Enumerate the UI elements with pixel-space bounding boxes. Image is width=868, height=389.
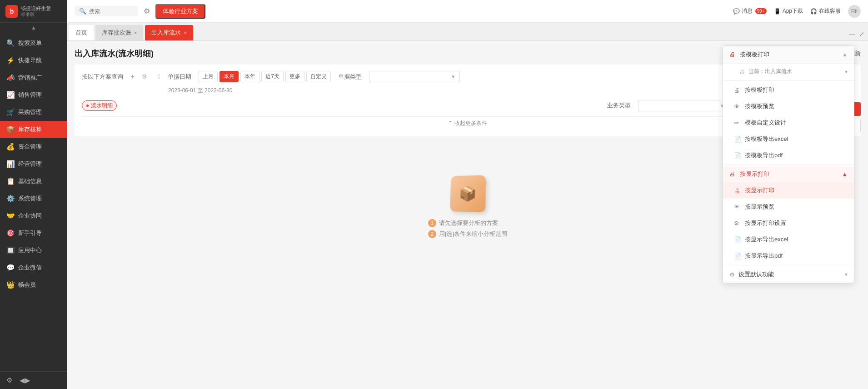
sidebar-item-finance[interactable]: 💰 资金管理 xyxy=(0,138,67,155)
trial-button[interactable]: 体验行业方案 xyxy=(155,4,205,19)
sidebar-label-quick-nav: 快捷导航 xyxy=(18,56,42,65)
date-filter-buttons: 上月 本月 本年 近7天 更多 自定义 xyxy=(199,71,331,82)
dropdown-header-arrow[interactable]: ▲ xyxy=(842,51,848,58)
filter-collapse-icon[interactable]: 《 xyxy=(155,73,160,81)
tab-home[interactable]: 首页 xyxy=(69,25,94,40)
section-arrow-up: ▲ xyxy=(842,171,848,178)
sidebar-label-apps: 应用中心 xyxy=(18,246,42,254)
footer-settings-icon: ⚙ xyxy=(729,271,735,278)
business-type-select[interactable]: ▾ xyxy=(638,100,729,111)
dropdown-item-template-design[interactable]: ✏ 模板自定义设计 xyxy=(723,115,854,131)
sidebar-item-collab[interactable]: 🤝 企业协同 xyxy=(0,207,67,224)
search-icon: 🔍 xyxy=(79,8,86,15)
sidebar-icon-purchase: 🛒 xyxy=(6,108,15,116)
service-icon: 🎧 xyxy=(810,8,817,15)
header: 🔍 ⚙ 体验行业方案 💬 消息 99+ 📱 App下载 🎧 在线客服 Rit xyxy=(67,0,868,23)
dropdown-header-label: 按模板打印 xyxy=(740,51,769,58)
user-avatar[interactable]: Rit xyxy=(848,5,861,18)
dropdown-item-template-excel[interactable]: 📄 按模板导出excel xyxy=(723,131,854,147)
filter-gear-icon[interactable]: ⚙ xyxy=(142,73,147,80)
online-service-action[interactable]: 🎧 在线客服 xyxy=(810,7,841,15)
dropdown-item-template-pdf[interactable]: 📄 按模板导出pdf xyxy=(723,147,854,164)
dropdown-item-display-settings[interactable]: ⚙ 按显示打印设置 xyxy=(723,215,854,231)
sidebar-icon-inventory: 📦 xyxy=(6,125,15,134)
toggle-sidebar-icon[interactable]: ◀▶ xyxy=(20,376,30,384)
header-gear-icon[interactable]: ⚙ xyxy=(144,7,150,15)
template-preview-icon: 👁 xyxy=(734,103,741,110)
sidebar-label-marketing: 营销推广 xyxy=(18,74,42,82)
template-pdf-icon: 📄 xyxy=(734,152,741,159)
dropdown-footer-settings[interactable]: ⚙ 设置默认功能 ▾ xyxy=(723,266,854,283)
sidebar-item-purchase[interactable]: 🛒 采购管理 xyxy=(0,104,67,121)
template-print-icon: 🖨 xyxy=(734,87,741,94)
settings-icon[interactable]: ⚙ xyxy=(6,376,12,384)
filter-type-select[interactable]: ▾ xyxy=(369,71,460,82)
sidebar-label-collab: 企业协同 xyxy=(18,212,42,220)
sidebar-item-basic[interactable]: 📋 基础信息 xyxy=(0,173,67,190)
tab-batch-close[interactable]: × xyxy=(134,30,137,35)
sidebar-label-guide: 新手引导 xyxy=(18,229,42,237)
type-dropdown-icon: ▾ xyxy=(452,73,455,80)
dropdown-item-template-preview[interactable]: 👁 按模板预览 xyxy=(723,98,854,115)
maximize-icon[interactable]: ⤢ xyxy=(859,30,864,38)
current-arrow: ▾ xyxy=(845,69,848,75)
sidebar-nav: 🔍 搜索菜单 ⚡ 快捷导航 📣 营销推广 📈 销售管理 🛒 采购管理 📦 库存核… xyxy=(0,33,67,371)
template-design-icon: ✏ xyxy=(734,120,741,126)
sidebar-item-system[interactable]: ⚙️ 系统管理 xyxy=(0,190,67,207)
sidebar-label-inventory: 库存核算 xyxy=(18,125,42,134)
date-btn-this-year[interactable]: 本年 xyxy=(240,71,259,82)
sidebar-label-purchase: 采购管理 xyxy=(18,108,42,116)
sidebar-item-search[interactable]: 🔍 搜索菜单 xyxy=(0,35,67,52)
tab-flow[interactable]: 出入库流水 × xyxy=(145,25,193,40)
sidebar-label-search: 搜索菜单 xyxy=(18,39,42,47)
display-print-section[interactable]: 🖨 按显示打印 ▲ xyxy=(723,166,854,182)
sidebar-item-apps[interactable]: 🔲 应用中心 xyxy=(0,242,67,259)
minimize-icon[interactable]: — xyxy=(849,30,855,38)
sidebar-label-system: 系统管理 xyxy=(18,194,42,203)
collapse-up-icon: ⌃ xyxy=(448,120,453,126)
app-download-action[interactable]: 📱 App下载 xyxy=(774,7,803,15)
tab-batch[interactable]: 库存批次账 × xyxy=(95,25,143,40)
dropdown-item-display-excel[interactable]: 📄 按显示导出excel xyxy=(723,231,854,248)
sidebar-item-wechat[interactable]: 💬 企业微信 xyxy=(0,259,67,276)
download-icon: 📱 xyxy=(774,8,781,15)
date-btn-7days[interactable]: 近7天 xyxy=(261,71,284,82)
message-action[interactable]: 💬 消息 99+ xyxy=(733,7,767,15)
date-btn-custom[interactable]: 自定义 xyxy=(306,71,331,82)
filter-tag[interactable]: ● 流水明细 xyxy=(82,100,117,111)
dropdown-item-display-print[interactable]: 🖨 按显示打印 xyxy=(723,182,854,199)
empty-hints: 1 请先选择要分析的方案 2 用[选]条件来缩小分析范围 xyxy=(428,219,507,241)
sidebar-item-guide[interactable]: 🎯 新手引导 xyxy=(0,224,67,242)
filter-add-icon[interactable]: + xyxy=(130,73,135,81)
sidebar-item-marketing[interactable]: 📣 营销推广 xyxy=(0,69,67,86)
dropdown-item-display-preview[interactable]: 👁 按显示预览 xyxy=(723,199,854,215)
dropdown-item-template-print[interactable]: 🖨 按模板打印 xyxy=(723,82,854,98)
date-btn-more[interactable]: 更多 xyxy=(285,71,304,82)
sidebar-icon-guide: 🎯 xyxy=(6,229,15,237)
divider-1 xyxy=(723,80,854,81)
sidebar-item-member[interactable]: 👑 畅会员 xyxy=(0,276,67,294)
empty-hint-2: 用[选]条件来缩小分析范围 xyxy=(439,230,507,238)
sidebar-label-basic: 基础信息 xyxy=(18,177,42,185)
date-btn-last-month[interactable]: 上月 xyxy=(199,71,218,82)
sidebar-logo: b 畅捷通好生意 标准版 xyxy=(0,0,67,23)
sidebar-item-operation[interactable]: 📊 经营管理 xyxy=(0,155,67,173)
search-input[interactable] xyxy=(89,8,130,15)
dropdown-current-label: 🖨 当前：出入库流水 ▾ xyxy=(723,64,854,80)
sidebar-item-quick-nav[interactable]: ⚡ 快捷导航 xyxy=(0,52,67,69)
date-btn-this-month[interactable]: 本月 xyxy=(219,71,239,82)
sidebar-item-inventory[interactable]: 📦 库存核算 xyxy=(0,121,67,138)
business-type-label: 业务类型 xyxy=(607,101,631,110)
header-search-box[interactable]: 🔍 xyxy=(75,6,138,16)
sidebar-label-finance: 资金管理 xyxy=(18,143,42,151)
header-actions: 💬 消息 99+ 📱 App下载 🎧 在线客服 Rit xyxy=(733,5,861,18)
sidebar-scroll-up[interactable]: ▲ xyxy=(0,23,67,33)
dropdown-item-display-pdf[interactable]: 📄 按显示导出pdf xyxy=(723,248,854,264)
sidebar-label-sales: 销售管理 xyxy=(18,91,42,99)
sidebar-item-sales[interactable]: 📈 销售管理 xyxy=(0,86,67,104)
tab-flow-close[interactable]: × xyxy=(184,30,186,35)
current-icon: 🖨 xyxy=(739,69,745,75)
sidebar-icon-basic: 📋 xyxy=(6,177,15,185)
display-excel-icon: 📄 xyxy=(734,236,741,243)
sidebar-icon-member: 👑 xyxy=(6,281,15,289)
